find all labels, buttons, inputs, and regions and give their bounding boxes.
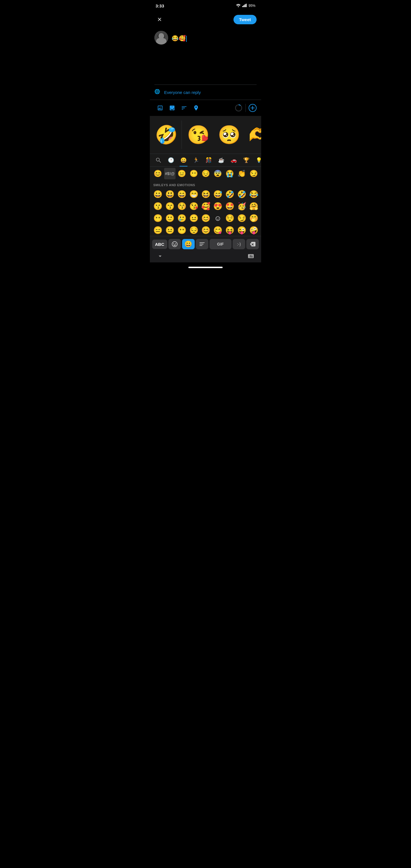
battery-icon: 95% (249, 4, 255, 8)
emoji-whistle[interactable]: 😗 (152, 200, 163, 212)
emoji-relaxed[interactable]: ☺️ (212, 212, 223, 224)
avatar-svg (154, 31, 168, 44)
text-mode-icon (199, 241, 205, 247)
keyboard-icon (248, 253, 254, 259)
keyboard-bottom: ABC 😀 GIF :-) (150, 236, 261, 262)
tab-objects[interactable]: 🏆 (240, 154, 253, 166)
location-button[interactable] (190, 102, 202, 114)
tab-travel[interactable]: 🚗 (227, 154, 240, 166)
abc-keyboard-button[interactable]: ABC (152, 240, 167, 249)
tab-recent[interactable]: 🕐 (165, 154, 177, 166)
emoji-hearts[interactable]: 🥰 (200, 200, 212, 212)
sticker-heart-face[interactable]: 🫶 (246, 121, 261, 149)
emoji-keyboard-button[interactable]: 😀 (182, 239, 195, 249)
delete-button[interactable] (246, 239, 259, 249)
emoji-stuck-out[interactable]: 😝 (224, 224, 235, 236)
svg-point-8 (161, 39, 166, 44)
emoji-kiss-heart[interactable]: 😘 (188, 200, 199, 212)
emoji-no-mouth[interactable]: 😶 (152, 212, 163, 224)
tab-food[interactable]: ☕ (215, 154, 227, 166)
emoji-laugh[interactable]: 😆 (200, 188, 212, 200)
emoji-kiss-smile[interactable]: 😙 (164, 200, 176, 212)
add-tweet-button[interactable] (249, 104, 257, 112)
emoji-kiss[interactable]: 😚 (176, 200, 188, 212)
emoji-zany[interactable]: 🤪 (248, 224, 259, 236)
recent-emoji-7[interactable]: 😭 (224, 168, 235, 179)
svg-point-10 (235, 105, 242, 111)
emoji-party[interactable]: 🥳 (236, 200, 248, 212)
svg-rect-4 (154, 31, 168, 44)
emoji-sweat-smile[interactable]: 😅 (212, 188, 223, 200)
emoji-yum[interactable]: 😋 (212, 224, 223, 236)
emoji-neutral[interactable]: 😐 (188, 212, 199, 224)
status-time: 3:33 (156, 3, 164, 8)
wifi-icon (236, 3, 241, 8)
photo-button[interactable] (154, 102, 166, 114)
emoji-smiling-hands[interactable]: 🤗 (248, 200, 259, 212)
tab-people[interactable]: 🏃 (190, 154, 202, 166)
avatar-image (154, 31, 168, 44)
emoji-category-tabs: 🕐 😀 🏃 🎊 ☕ 🚗 🏆 💡 🔣 🚩 (150, 154, 261, 167)
sticker-kiss-hearts[interactable]: 😘 (184, 121, 213, 149)
emoji-pensive[interactable]: 😔 (188, 224, 199, 236)
emoji-smile[interactable]: 😊 (200, 212, 212, 224)
recent-emoji-5[interactable]: 😔 (200, 168, 212, 179)
gif-button[interactable]: GIF (166, 102, 178, 114)
keyboard-system-row (152, 252, 259, 261)
recent-emoji-4[interactable]: 😶 (188, 168, 199, 179)
emoji-rolling-laugh[interactable]: 🤣 (236, 188, 248, 200)
plus-icon (250, 106, 255, 110)
emoji-hand-over-mouth[interactable]: 🤭 (248, 212, 259, 224)
close-button[interactable] (154, 14, 165, 25)
emoji-heart-eyes[interactable]: 😍 (212, 200, 223, 212)
tab-symbols[interactable]: 💡 (253, 154, 261, 166)
emoji-grinning-big[interactable]: 😃 (164, 188, 176, 200)
emoji-relieved[interactable]: 😌 (224, 212, 235, 224)
emoji-grin[interactable]: 😄 (176, 188, 188, 200)
reply-setting-label: Everyone can reply (164, 90, 201, 95)
emoji-slightly-smiling[interactable]: 🙂 (164, 212, 176, 224)
text-keyboard-button[interactable] (196, 239, 208, 249)
keyboard-switch-button[interactable] (248, 253, 254, 259)
emoji-joy[interactable]: 😂 (248, 188, 259, 200)
sticker-laughing-hearts[interactable]: 🤣 (153, 121, 182, 149)
tweet-input[interactable]: 😂🥰 (171, 31, 257, 81)
reply-setting[interactable]: 🌐 Everyone can reply (150, 85, 261, 100)
battery-percent: 95% (249, 4, 255, 8)
recent-emoji-1[interactable]: 😊 (152, 168, 163, 179)
emoji-neutral2[interactable]: 😐 (164, 224, 176, 236)
photo-icon (157, 105, 163, 111)
globe-icon: 🌐 (154, 89, 161, 96)
emoji-star-struck[interactable]: 🤩 (224, 200, 235, 212)
gif-keyboard-button[interactable]: GIF (210, 239, 232, 249)
emoji-smirk[interactable]: 😏 (236, 212, 248, 224)
tweet-text-content: 😂🥰 (171, 34, 257, 42)
emoji-smile2[interactable]: 😊 (200, 224, 212, 236)
svg-rect-2 (245, 4, 246, 7)
tab-activities[interactable]: 🎊 (202, 154, 215, 166)
recent-emoji-9[interactable]: 😏 (248, 168, 259, 179)
location-icon (193, 105, 199, 111)
recent-emoji-2[interactable]: #$!@ (164, 168, 176, 179)
recent-emoji-row: 😊 #$!@ 😑 😶 😔 😨 😭 👏 😏 (150, 167, 261, 181)
emoji-expressionless[interactable]: 😑 (152, 224, 163, 236)
sticker-pleading-hearts[interactable]: 🥺 (215, 121, 244, 149)
emoji-tear[interactable]: 🥲 (176, 212, 188, 224)
emoticon-keyboard-button[interactable]: :-) (232, 239, 245, 249)
tab-search[interactable] (152, 154, 165, 166)
poll-icon (181, 105, 187, 111)
emoji-wink-tongue[interactable]: 😜 (236, 224, 248, 236)
tab-smileys[interactable]: 😀 (177, 154, 190, 166)
recent-emoji-6[interactable]: 😨 (212, 168, 223, 179)
emoji-beaming[interactable]: 😁 (188, 188, 199, 200)
recent-emoji-8[interactable]: 👏 (236, 168, 248, 179)
keyboard-collapse-button[interactable] (157, 253, 163, 259)
tweet-button[interactable]: Tweet (233, 15, 257, 24)
emoji-grinning[interactable]: 😀 (152, 188, 163, 200)
sticker-icon (171, 241, 178, 248)
recent-emoji-3[interactable]: 😑 (176, 168, 188, 179)
sticker-keyboard-button[interactable] (168, 239, 181, 249)
emoji-rofl[interactable]: 🤣 (224, 188, 235, 200)
poll-button[interactable] (179, 102, 190, 114)
emoji-no-mouth2[interactable]: 😶 (176, 224, 188, 236)
